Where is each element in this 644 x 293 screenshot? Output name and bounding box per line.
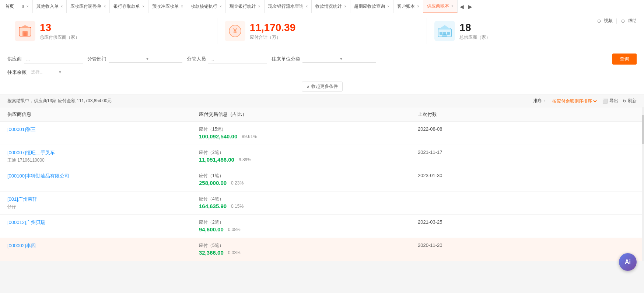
- tx-amount: 100,092,540.00: [199, 133, 237, 139]
- nav-tab-prepay-offset[interactable]: 预收冲应收单 ×: [148, 0, 187, 13]
- last-pay-cell: 2023-01-30: [418, 173, 637, 178]
- nav-tab-prepay-offset-label: 预收冲应收单: [152, 3, 179, 10]
- nav-tab-receipt-verify[interactable]: 收款核销执行 ×: [187, 0, 226, 13]
- nav-tab-cash-bank-flow[interactable]: 现金银行流水查询 ×: [265, 0, 312, 13]
- nav-tab-home[interactable]: 首页: [1, 0, 18, 13]
- summary-info-total-suppliers: 18 总供应商（家）: [459, 21, 490, 41]
- nav-tab-home-label: 首页: [5, 3, 14, 10]
- table-row: [000100]本特勤油品有限公司 应付（1笔） 258,000.00 0.23…: [0, 168, 644, 192]
- svg-marker-1: [19, 25, 31, 28]
- balance-filter-select[interactable]: 选择... ▼: [29, 68, 88, 77]
- summary-info-amount: 11,170.39 应付合计（万）: [250, 21, 296, 41]
- filter-item-category: 往来单位分类 ▼: [272, 55, 376, 63]
- sort-select[interactable]: 按应付余额倒序排序: [551, 98, 598, 104]
- nav-tab-ar-ap-adjust-label: 应收应付调整单: [70, 3, 101, 10]
- category-filter-select[interactable]: ▼: [302, 55, 376, 63]
- balance-filter-label: 往来余额: [7, 69, 27, 76]
- scrollbar-track[interactable]: [642, 107, 644, 261]
- tx-label: 应付（15笔）: [199, 126, 418, 132]
- tx-percent: 0.23%: [231, 180, 244, 186]
- nav-tab-3-label: 3: [22, 4, 24, 9]
- svg-rect-11: [442, 34, 447, 37]
- nav-tab-3[interactable]: 3 ×: [18, 0, 33, 13]
- person-filter-input[interactable]: [208, 55, 267, 63]
- last-pay-cell: 2021-03-25: [418, 219, 637, 225]
- close-icon[interactable]: ×: [181, 4, 183, 8]
- close-icon[interactable]: ×: [142, 4, 144, 8]
- filter-row-2: 往来余额 选择... ▼: [7, 68, 637, 77]
- chevron-down-icon: ▼: [146, 57, 180, 61]
- supplier-link[interactable]: [000002]李四: [7, 243, 36, 248]
- query-button[interactable]: 查询: [612, 54, 637, 65]
- circle-icon: ⊙: [597, 18, 601, 24]
- sort-label: 排序：: [533, 98, 546, 104]
- tx-info-cell: 应付（5笔） 32,366.00 0.03%: [199, 242, 418, 256]
- tx-amount: 94,600.00: [199, 226, 224, 232]
- nav-tab-cash-bank-stat[interactable]: 现金银行统计 ×: [226, 0, 265, 13]
- close-icon[interactable]: ×: [104, 4, 106, 8]
- supplier-filter-label: 供应商: [7, 56, 22, 62]
- close-icon[interactable]: ×: [387, 4, 389, 8]
- tx-label: 应付（4笔）: [199, 196, 418, 202]
- col-header-tx: 应付交易信息（占比）: [199, 111, 418, 118]
- supplier-link[interactable]: [000001]张三: [7, 127, 36, 132]
- export-button[interactable]: ⬜ 导出: [602, 98, 618, 104]
- tx-amount: 164,635.90: [199, 203, 227, 209]
- close-icon[interactable]: ×: [344, 4, 346, 8]
- dept-filter-select[interactable]: ▼: [109, 55, 182, 63]
- close-icon[interactable]: ×: [258, 4, 260, 8]
- nav-tab-ar-ap-adjust[interactable]: 应收应付调整单 ×: [67, 0, 110, 13]
- export-label: 导出: [609, 98, 618, 104]
- nav-tab-bank-deposit[interactable]: 银行存取款单 ×: [110, 0, 148, 13]
- chevron-up-icon: ∧: [307, 84, 310, 89]
- tx-amount: 32,366.00: [199, 249, 224, 256]
- nav-tab-receipt-stat[interactable]: 收款情况统计 ×: [312, 0, 350, 13]
- help-icon: ⊙: [621, 18, 625, 24]
- suppliers-label: 总应付供应商（家）: [40, 34, 80, 41]
- svg-rect-3: [24, 32, 27, 36]
- collapse-button[interactable]: ∧ 收起更多条件: [302, 82, 343, 92]
- nav-tab-customer-ledger[interactable]: 客户账本 ×: [393, 0, 423, 13]
- tx-label: 应付（2笔）: [199, 219, 418, 225]
- close-icon[interactable]: ×: [220, 4, 222, 8]
- top-links: ⊙ 视频 │ ⊙ 帮助: [597, 18, 637, 24]
- nav-tab-cash-bank-stat-label: 现金银行统计: [230, 3, 256, 10]
- tx-amount: 258,000.00: [199, 180, 227, 186]
- nav-tab-supplier-ledger[interactable]: 供应商账本 ×: [423, 0, 458, 13]
- tx-info-cell: 应付（4笔） 164,635.90 0.15%: [199, 196, 418, 210]
- chevron-down-icon: ▼: [339, 57, 374, 61]
- close-icon[interactable]: ×: [451, 4, 454, 8]
- summary-icon-suppliers: [15, 21, 35, 41]
- supplier-link[interactable]: [000007]恒旺二手叉车: [7, 150, 55, 155]
- refresh-button[interactable]: ↻ 刷新: [623, 98, 637, 104]
- col-header-lastpay: 上次付数: [418, 111, 637, 118]
- col-header-supplier: 供应商信息: [7, 111, 199, 118]
- tx-percent: 0.15%: [231, 204, 244, 209]
- tx-info-cell: 应付（2笔） 94,600.00 0.08%: [199, 219, 418, 233]
- close-icon[interactable]: ×: [27, 4, 29, 8]
- scrollbar-thumb[interactable]: [642, 115, 644, 144]
- nav-tab-overdue-ar-label: 超期应收款查询: [354, 3, 385, 10]
- close-icon[interactable]: ×: [61, 4, 63, 8]
- video-link[interactable]: 视频: [604, 18, 613, 24]
- supplier-link[interactable]: [000100]本特勤油品有限公司: [7, 173, 69, 179]
- supplier-filter-input[interactable]: [24, 55, 83, 63]
- nav-tab-other-income[interactable]: 其他收入单 ×: [33, 0, 67, 13]
- supplier-sub: 王通 17106110000: [7, 157, 199, 163]
- table-row: [001]广州荣轩 仔仔 应付（4笔） 164,635.90 0.15%: [0, 192, 644, 215]
- nav-next-arrow[interactable]: ▶: [466, 4, 475, 10]
- supplier-link[interactable]: [001]广州荣轩: [7, 196, 37, 202]
- nav-tab-supplier-ledger-label: 供应商账本: [427, 3, 449, 9]
- help-link[interactable]: 帮助: [628, 18, 637, 24]
- close-icon[interactable]: ×: [306, 4, 308, 8]
- nav-tab-receipt-stat-label: 收款情况统计: [315, 3, 342, 10]
- balance-select-value: 选择...: [31, 69, 58, 75]
- nav-tab-overdue-ar[interactable]: 超期应收款查询 ×: [350, 0, 393, 13]
- nav-prev-arrow[interactable]: ◀: [458, 4, 466, 10]
- last-pay-cell: 2022-08-08: [418, 126, 637, 132]
- close-icon[interactable]: ×: [417, 4, 419, 8]
- nav-tab-receipt-verify-label: 收款核销执行: [191, 3, 217, 10]
- supplier-link[interactable]: [000012]广州贝瑞: [7, 220, 45, 225]
- summary-icon-amount: ¥: [225, 21, 245, 41]
- result-bar: 搜索结果中，供应商13家 应付金额 111,703,854.00元 排序： 按应…: [0, 95, 644, 107]
